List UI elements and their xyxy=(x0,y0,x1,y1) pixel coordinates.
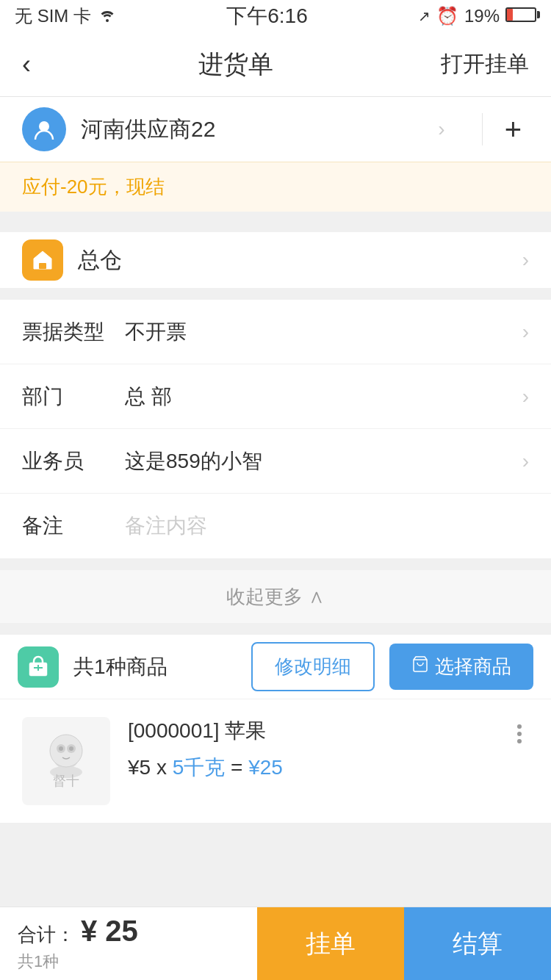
select-product-label: 选择商品 xyxy=(435,654,511,680)
carrier-label: 无 SIM 卡 xyxy=(15,4,91,28)
product-title: 苹果 xyxy=(225,719,266,742)
product-count-label: 共1种商品 xyxy=(73,653,237,681)
supplier-chevron-icon: › xyxy=(438,118,444,141)
status-time: 下午6:16 xyxy=(226,2,308,30)
dot-1 xyxy=(517,724,522,729)
svg-point-7 xyxy=(50,735,82,767)
hang-order-button[interactable]: 挂单 xyxy=(257,907,404,980)
select-product-button[interactable]: 选择商品 xyxy=(389,644,533,690)
main-content: 河南供应商22 › + 应付-20元，现结 总仓 › 票据类型 不开票 › 部门… xyxy=(0,97,551,911)
status-left: 无 SIM 卡 xyxy=(15,4,116,28)
invoice-label: 票据类型 xyxy=(22,318,125,346)
product-code: [0000001] xyxy=(128,719,220,742)
settle-button[interactable]: 结算 xyxy=(404,907,551,980)
dot-3 xyxy=(517,739,522,743)
salesperson-label: 业务员 xyxy=(22,447,125,475)
product-item: 督十 [0000001] 苹果 ¥5 x 5千克 = ¥25 xyxy=(0,699,551,823)
total-label: 合计： xyxy=(18,922,75,948)
supplier-avatar xyxy=(22,107,66,151)
product-more-button[interactable] xyxy=(510,717,529,751)
salesperson-row[interactable]: 业务员 这是859的小智 › xyxy=(0,429,551,494)
warehouse-name: 总仓 xyxy=(78,245,522,275)
edit-detail-button[interactable]: 修改明细 xyxy=(251,642,375,691)
product-quantity: 5千克 xyxy=(173,756,226,779)
warehouse-icon xyxy=(22,239,63,281)
dept-label: 部门 xyxy=(22,383,125,411)
svg-point-11 xyxy=(69,746,73,751)
price-value: ¥5 xyxy=(128,756,151,779)
product-info: [0000001] 苹果 ¥5 x 5千克 = ¥25 xyxy=(128,717,492,782)
department-row[interactable]: 部门 总 部 › xyxy=(0,364,551,429)
supplier-row[interactable]: 河南供应商22 › + xyxy=(0,97,551,162)
price-equals: = xyxy=(231,756,248,779)
alarm-icon: ⏰ xyxy=(436,6,458,26)
back-button[interactable]: ‹ xyxy=(22,49,31,80)
status-right: ↗ ⏰ 19% xyxy=(418,6,536,26)
product-total: ¥25 xyxy=(248,756,283,779)
divider xyxy=(482,113,483,145)
svg-point-10 xyxy=(59,746,63,751)
collapse-bar[interactable]: 收起更多 ∧ xyxy=(0,570,551,623)
remark-value: 备注内容 xyxy=(125,512,529,540)
salesperson-value: 这是859的小智 xyxy=(125,447,522,475)
page-title: 进货单 xyxy=(198,48,273,82)
total-amount: ¥ 25 xyxy=(81,915,138,948)
dot-2 xyxy=(517,732,522,736)
invoice-value: 不开票 xyxy=(125,318,522,346)
product-section-icon xyxy=(18,646,59,688)
add-supplier-button[interactable]: + xyxy=(497,106,529,154)
dept-value: 总 部 xyxy=(125,383,522,411)
product-header: 共1种商品 修改明细 选择商品 xyxy=(0,635,551,699)
collapse-label: 收起更多 ∧ xyxy=(226,584,324,610)
open-pending-button[interactable]: 打开挂单 xyxy=(441,49,529,79)
notice-bar: 应付-20元，现结 xyxy=(0,162,551,212)
remark-label: 备注 xyxy=(22,512,125,540)
footer: 合计： ¥ 25 共1种 挂单 结算 xyxy=(0,907,551,980)
supplier-name: 河南供应商22 xyxy=(81,115,438,145)
notice-text: 应付-20元，现结 xyxy=(22,176,165,198)
form-card: 票据类型 不开票 › 部门 总 部 › 业务员 这是859的小智 › 备注 备注… xyxy=(0,300,551,558)
status-bar: 无 SIM 卡 下午6:16 ↗ ⏰ 19% xyxy=(0,0,551,32)
location-icon: ↗ xyxy=(418,7,431,25)
battery-label: 19% xyxy=(464,6,500,26)
supplier-card: 河南供应商22 › + 应付-20元，现结 xyxy=(0,97,551,212)
footer-total: 合计： ¥ 25 共1种 xyxy=(0,907,257,980)
remark-row[interactable]: 备注 备注内容 xyxy=(0,494,551,558)
product-price: ¥5 x 5千克 = ¥25 xyxy=(128,754,492,782)
total-sub: 共1种 xyxy=(18,951,240,973)
product-section: 共1种商品 修改明细 选择商品 xyxy=(0,635,551,823)
invoice-chevron-icon: › xyxy=(522,320,529,344)
footer-spacer xyxy=(0,823,551,911)
wifi-icon xyxy=(98,6,116,26)
salesperson-chevron-icon: › xyxy=(522,450,529,473)
price-separator: x xyxy=(156,756,173,779)
warehouse-card[interactable]: 总仓 › xyxy=(0,223,551,288)
battery-icon xyxy=(505,6,536,26)
total-row: 合计： ¥ 25 xyxy=(18,915,240,948)
product-name: [0000001] 苹果 xyxy=(128,717,492,745)
svg-rect-1 xyxy=(39,263,46,269)
product-thumbnail: 督十 xyxy=(22,717,110,805)
warehouse-chevron-icon: › xyxy=(522,248,529,272)
cart-icon xyxy=(411,655,429,678)
invoice-type-row[interactable]: 票据类型 不开票 › xyxy=(0,300,551,364)
nav-bar: ‹ 进货单 打开挂单 xyxy=(0,32,551,97)
dept-chevron-icon: › xyxy=(522,385,529,408)
